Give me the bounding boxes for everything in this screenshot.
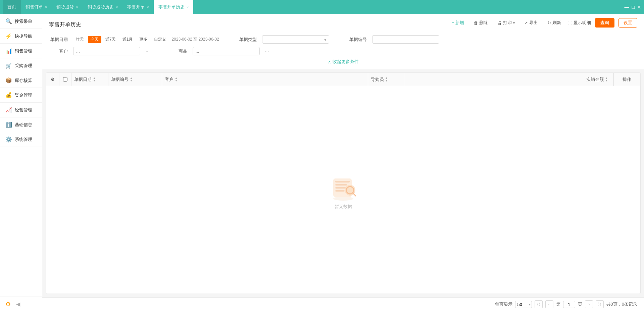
add-button[interactable]: + 新增 bbox=[449, 18, 467, 27]
sidebar-item-inventory[interactable]: 📦 库存核算 bbox=[0, 73, 42, 88]
max-button[interactable]: □ bbox=[632, 4, 635, 10]
page-input[interactable] bbox=[563, 301, 575, 308]
pagination: 每页显示 20 50 100 ⟨⟨ ＜ 第 页 ＞ ⟩⟩ 共0页，0条记录 bbox=[42, 297, 644, 311]
sort-down-icon: ▼ bbox=[385, 80, 388, 82]
date-label: 单据日期 bbox=[49, 37, 68, 43]
sidebar-bottom: ⚙ ◀ bbox=[0, 297, 42, 311]
date-opt-today[interactable]: 今天 bbox=[88, 36, 101, 43]
print-button[interactable]: 🖨 打印 ▾ bbox=[495, 18, 517, 27]
sidebar-item-finance[interactable]: 💰 资金管理 bbox=[0, 88, 42, 103]
tab-home-label: 首页 bbox=[7, 4, 16, 10]
th-setting[interactable]: ⚙ bbox=[46, 73, 59, 86]
sidebar-item-sales-mgmt[interactable]: 📊 销售管理 bbox=[0, 44, 42, 58]
sidebar-item-purchase-mgmt[interactable]: 🛒 采购管理 bbox=[0, 58, 42, 73]
settings-button[interactable]: 设置 bbox=[618, 18, 637, 28]
sidebar-item-system[interactable]: ⚙️ 系统管理 bbox=[0, 132, 42, 147]
date-opt-7days[interactable]: 近7天 bbox=[103, 36, 118, 43]
svg-line-8 bbox=[353, 193, 356, 196]
svg-rect-3 bbox=[335, 184, 347, 186]
th-date[interactable]: 单据日期 ▲ ▼ bbox=[71, 73, 108, 86]
date-opt-yesterday[interactable]: 昨天 bbox=[73, 36, 87, 43]
th-order-num[interactable]: 单据编号 ▲ ▼ bbox=[108, 73, 162, 86]
sidebar-collapse-icon[interactable]: ◀ bbox=[16, 301, 20, 307]
order-num-input[interactable] bbox=[372, 35, 439, 44]
first-page-button[interactable]: ⟨⟨ bbox=[535, 300, 543, 308]
order-type-select-wrap bbox=[262, 35, 329, 44]
date-opt-custom[interactable]: 自定义 bbox=[151, 36, 169, 43]
date-opt-more[interactable]: 更多 bbox=[137, 36, 150, 43]
collapse-more-btn[interactable]: ∧ 收起更多条件 bbox=[49, 59, 637, 65]
th-customer[interactable]: 客户 ▲ ▼ bbox=[162, 73, 368, 86]
amount-sort[interactable]: ▲ ▼ bbox=[605, 77, 608, 82]
next-page-button[interactable]: ＞ bbox=[585, 300, 593, 308]
order-sort[interactable]: ▲ ▼ bbox=[130, 77, 133, 82]
delete-button[interactable]: 🗑 删除 bbox=[471, 18, 491, 27]
sidebar-item-basic-info[interactable]: ℹ️ 基础信息 bbox=[0, 117, 42, 132]
customer-input[interactable] bbox=[73, 47, 140, 55]
main-layout: 🔍 搜索采单 ⚡ 快捷导航 📊 销售管理 🛒 采购管理 📦 库存核算 💰 资金管… bbox=[0, 14, 644, 311]
product-input[interactable] bbox=[193, 47, 260, 55]
tab-sales-order-close[interactable]: × bbox=[45, 5, 47, 9]
tab-sales-return-history-close[interactable]: × bbox=[116, 5, 118, 9]
prev-page-button[interactable]: ＜ bbox=[545, 300, 553, 308]
customer-more-icon[interactable]: ··· bbox=[146, 49, 150, 54]
select-all-checkbox[interactable] bbox=[63, 77, 67, 82]
refresh-button[interactable]: ↻ 刷新 bbox=[545, 18, 564, 27]
refresh-button-label: 刷新 bbox=[552, 20, 561, 26]
order-type-select[interactable] bbox=[262, 35, 329, 44]
show-detail-checkbox[interactable] bbox=[568, 21, 572, 25]
tab-retail-history-close[interactable]: × bbox=[187, 5, 189, 9]
customer-sort[interactable]: ▲ ▼ bbox=[175, 77, 178, 82]
print-arrow-icon: ▾ bbox=[513, 21, 515, 25]
empty-text: 暂无数据 bbox=[335, 204, 352, 210]
tab-retail-open-close[interactable]: × bbox=[147, 5, 149, 9]
product-more-icon[interactable]: ··· bbox=[265, 49, 269, 54]
sidebar-item-operations[interactable]: 📈 经营管理 bbox=[0, 103, 42, 117]
close-button[interactable]: ✕ bbox=[637, 4, 641, 10]
th-guide[interactable]: 导购员 ▲ ▼ bbox=[368, 73, 405, 86]
per-page-label: 每页显示 bbox=[495, 301, 512, 307]
th-action-label: 操作 bbox=[623, 76, 631, 83]
export-button[interactable]: ↗ 导出 bbox=[522, 18, 541, 27]
sidebar-item-search-purchase[interactable]: 🔍 搜索采单 bbox=[0, 14, 42, 29]
table-area: ⚙ 单据日期 ▲ ▼ 单据编号 ▲ ▼ bbox=[46, 72, 641, 294]
sidebar-item-label-inventory: 库存核算 bbox=[15, 77, 32, 84]
tab-retail-history-label: 零售开单历史 bbox=[158, 4, 185, 10]
sidebar-item-quick-nav[interactable]: ⚡ 快捷导航 bbox=[0, 29, 42, 44]
sidebar-item-label-basic-info: 基础信息 bbox=[15, 122, 32, 128]
page-label: 第 bbox=[556, 301, 560, 307]
date-sort[interactable]: ▲ ▼ bbox=[93, 77, 96, 82]
sidebar: 🔍 搜索采单 ⚡ 快捷导航 📊 销售管理 🛒 采购管理 📦 库存核算 💰 资金管… bbox=[0, 14, 42, 311]
basic-info-icon: ℹ️ bbox=[5, 121, 12, 128]
order-type-label: 单据类型 bbox=[238, 37, 257, 43]
th-checkbox[interactable] bbox=[59, 73, 71, 86]
print-icon: 🖨 bbox=[497, 20, 502, 25]
export-button-label: 导出 bbox=[529, 20, 538, 26]
refresh-icon: ↻ bbox=[547, 20, 551, 25]
tab-sales-order[interactable]: 销售订单 × bbox=[21, 0, 52, 14]
collapse-icon: ∧ bbox=[328, 59, 331, 64]
product-label: 商品 bbox=[168, 48, 187, 54]
sidebar-item-label-finance: 资金管理 bbox=[15, 92, 32, 98]
tab-sales-return-history[interactable]: 销货退货历史 × bbox=[83, 0, 122, 14]
tab-sales-return[interactable]: 销货退货 × bbox=[52, 0, 83, 14]
content-area: 零售开单历史 + 新增 🗑 删除 🖨 打印 ▾ ↗ 导出 bbox=[42, 14, 644, 311]
min-button[interactable]: — bbox=[625, 4, 629, 10]
last-page-button[interactable]: ⟩⟩ bbox=[596, 300, 604, 308]
th-action: 操作 bbox=[613, 73, 640, 86]
sidebar-settings-icon[interactable]: ⚙ bbox=[5, 300, 11, 308]
purchase-mgmt-icon: 🛒 bbox=[5, 62, 12, 69]
tab-sales-return-close[interactable]: × bbox=[76, 5, 78, 9]
query-button[interactable]: 查询 bbox=[595, 18, 614, 28]
date-opt-1month[interactable]: 近1月 bbox=[120, 36, 136, 43]
guide-sort[interactable]: ▲ ▼ bbox=[385, 77, 388, 82]
tab-retail-open[interactable]: 零售开单 × bbox=[122, 0, 153, 14]
filter-row-2: 客户 ··· 商品 ··· bbox=[49, 47, 637, 55]
per-page-select[interactable]: 20 50 100 bbox=[515, 301, 532, 308]
tab-home[interactable]: 首页 bbox=[3, 0, 21, 14]
tab-retail-history[interactable]: 零售开单历史 × bbox=[154, 0, 193, 14]
sidebar-item-label-sales-mgmt: 销售管理 bbox=[15, 48, 32, 54]
quick-nav-icon: ⚡ bbox=[5, 33, 12, 39]
date-range-display: 2023-06-02 至 2023-06-02 bbox=[171, 37, 219, 42]
th-amount[interactable]: 实销金额 ▲ ▼ bbox=[405, 73, 614, 86]
